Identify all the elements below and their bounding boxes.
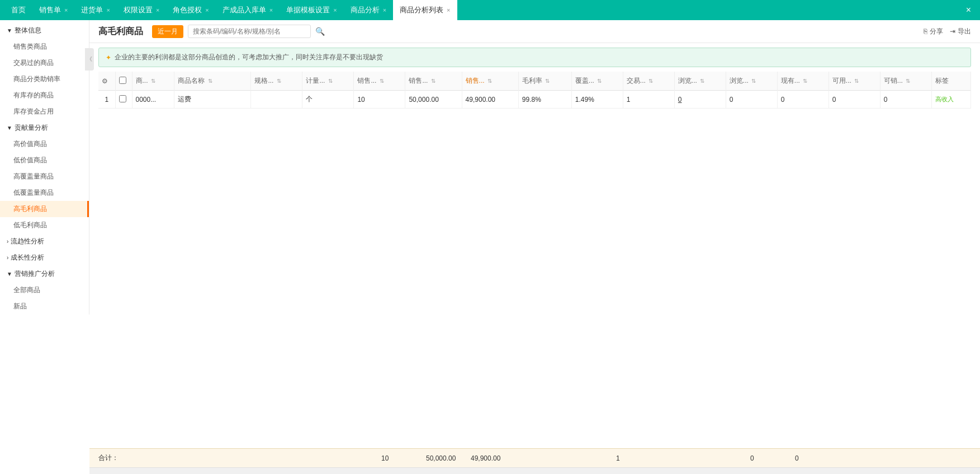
cell-code[interactable]: 0000... xyxy=(132,91,174,109)
col-settings[interactable]: ⚙ xyxy=(98,72,115,91)
close-permission-settings[interactable]: × xyxy=(156,7,159,13)
col-transactions[interactable]: 交易... ⇅ xyxy=(623,72,674,91)
content-area: 高毛利商品 近一月 🔍 ⎘ 分享 ⇥ 导出 ✦ 企业的主要的利润都是这部分商品创… xyxy=(89,20,980,474)
close-template-settings[interactable]: × xyxy=(333,7,337,13)
sidebar-group-contribution[interactable]: ▼ 贡献量分析 xyxy=(0,120,89,136)
sidebar-item-all-products[interactable]: 全部商品 xyxy=(0,282,89,298)
col-name[interactable]: 商品名称 ⇅ xyxy=(174,72,251,91)
col-checkbox[interactable] xyxy=(115,72,132,91)
sidebar-group-growth[interactable]: › 成长性分析 xyxy=(0,250,89,266)
sidebar-item-high-value[interactable]: 高价值商品 xyxy=(0,136,89,152)
footer-current-stock: 0 xyxy=(747,454,792,462)
arrow-marketing: ▼ xyxy=(7,271,12,277)
search-button[interactable]: 🔍 xyxy=(315,27,325,36)
nav-product-analysis[interactable]: 商品分析 × xyxy=(344,0,393,20)
footer-bar: 合计： 10 50,000.00 49,900.00 1 0 0 xyxy=(89,448,980,467)
sidebar-item-sales-products[interactable]: 销售类商品 xyxy=(0,39,89,55)
sort-icon-sales-profit: ⇅ xyxy=(487,78,492,84)
sidebar-item-high-margin[interactable]: 高毛利商品 xyxy=(0,201,89,217)
footer-label: 合计： xyxy=(98,453,210,463)
cell-available-stock: 0 xyxy=(828,91,880,109)
footer-sales-profit: 49,900.00 xyxy=(467,454,512,462)
sort-icon-views1: ⇅ xyxy=(700,78,704,84)
close-product-analysis-list[interactable]: × xyxy=(447,7,450,13)
col-views1[interactable]: 浏览... ⇅ xyxy=(674,72,726,91)
close-product-analysis[interactable]: × xyxy=(383,7,386,13)
table-row: 1 0000... 运费 xyxy=(98,91,971,109)
arrow-trend: › xyxy=(7,238,8,245)
sidebar-item-new-products[interactable]: 新品 xyxy=(0,298,89,315)
col-spec[interactable]: 规格... ⇅ xyxy=(251,72,302,91)
select-all-checkbox[interactable] xyxy=(119,77,126,84)
sidebar: ▼ 整体信息 销售类商品 交易过的商品 商品分类助销率 有库存的商品 库存资金占… xyxy=(0,20,89,315)
close-sales-order[interactable]: × xyxy=(64,7,68,13)
sidebar-item-traded-products[interactable]: 交易过的商品 xyxy=(0,55,89,71)
col-sales-amount[interactable]: 销售... ⇅ xyxy=(405,72,462,91)
sidebar-item-stock-capital[interactable]: 库存资金占用 xyxy=(0,104,89,120)
col-coverage[interactable]: 覆盖... ⇅ xyxy=(571,72,623,91)
col-sales-qty[interactable]: 销售... ⇅ xyxy=(354,72,405,91)
arrow-contribution: ▼ xyxy=(7,125,12,131)
filter-button[interactable]: 近一月 xyxy=(152,25,183,38)
nav-home[interactable]: 首页 xyxy=(4,0,32,20)
arrow-growth: › xyxy=(7,255,8,261)
info-banner: ✦ 企业的主要的利润都是这部分商品创造的，可考虑加大推广，同时关注库存是不要出现… xyxy=(98,48,971,67)
col-margin-rate[interactable]: 毛利率 ⇅ xyxy=(518,72,571,91)
footer-transactions: 1 xyxy=(613,454,657,462)
share-icon: ⎘ xyxy=(924,27,927,35)
cell-checkbox[interactable] xyxy=(115,91,132,109)
share-button[interactable]: ⎘ 分享 xyxy=(924,27,943,36)
col-code[interactable]: 商... ⇅ xyxy=(132,72,174,91)
sidebar-item-low-value[interactable]: 低价值商品 xyxy=(0,152,89,168)
sidebar-item-low-coverage[interactable]: 低覆盖量商品 xyxy=(0,185,89,201)
sidebar-item-category-sales-rate[interactable]: 商品分类助销率 xyxy=(0,71,89,87)
nav-product-inbound[interactable]: 产成品入库单 × xyxy=(216,0,280,20)
sidebar-item-high-coverage[interactable]: 高覆盖量商品 xyxy=(0,168,89,185)
sidebar-collapse-button[interactable]: 《 xyxy=(85,48,94,71)
col-sales-profit[interactable]: 销售... ⇅ xyxy=(462,72,518,91)
row-checkbox[interactable] xyxy=(119,95,126,102)
sort-icon-current-stock: ⇅ xyxy=(803,78,807,84)
nav-sales-order[interactable]: 销售单 × xyxy=(32,0,74,20)
page-title: 高毛利商品 xyxy=(98,26,143,37)
header-actions: ⎘ 分享 ⇥ 导出 xyxy=(924,27,971,36)
sidebar-item-in-stock-products[interactable]: 有库存的商品 xyxy=(0,87,89,104)
close-product-inbound[interactable]: × xyxy=(269,7,273,13)
nav-template-settings[interactable]: 单据模板设置 × xyxy=(280,0,343,20)
close-all-tabs[interactable]: × xyxy=(962,5,976,15)
cell-coverage: 1.49% xyxy=(571,91,623,109)
nav-product-analysis-list[interactable]: 商品分析列表 × xyxy=(393,0,457,20)
col-tag[interactable]: 标签 xyxy=(931,72,970,91)
data-table: ⚙ 商... ⇅ 商品名称 ⇅ xyxy=(98,72,971,109)
cell-tag: 高收入 xyxy=(931,91,970,109)
sidebar-group-trend[interactable]: › 流趋性分析 xyxy=(0,233,89,250)
sidebar-group-overall[interactable]: ▼ 整体信息 xyxy=(0,22,89,39)
info-text: 企业的主要的利润都是这部分商品创造的，可考虑加大推广，同时关注库存是不要出现缺货 xyxy=(115,53,383,62)
close-purchase-order[interactable]: × xyxy=(106,7,110,13)
col-saleable[interactable]: 可销... ⇅ xyxy=(880,72,931,91)
cell-views2: 0 xyxy=(726,91,777,109)
info-icon: ✦ xyxy=(106,54,111,62)
cell-saleable: 0 xyxy=(880,91,931,109)
close-role-auth[interactable]: × xyxy=(205,7,209,13)
search-input[interactable] xyxy=(188,25,311,38)
cell-name[interactable]: 运费 xyxy=(174,91,251,109)
col-current-stock[interactable]: 现有... ⇅ xyxy=(777,72,828,91)
sort-icon-sales-qty: ⇅ xyxy=(380,78,384,84)
col-views2[interactable]: 浏览... ⇅ xyxy=(726,72,777,91)
sort-icon-available-stock: ⇅ xyxy=(854,78,859,84)
bottom-scrollbar[interactable] xyxy=(89,467,980,474)
sidebar-item-low-margin[interactable]: 低毛利商品 xyxy=(0,217,89,233)
col-unit[interactable]: 计量... ⇅ xyxy=(302,72,354,91)
cell-sales-amount: 50,000.00 xyxy=(405,91,462,109)
cell-num: 1 xyxy=(98,91,115,109)
nav-permission-settings[interactable]: 权限设置 × xyxy=(117,0,166,20)
cell-spec xyxy=(251,91,302,109)
sidebar-group-marketing[interactable]: ▼ 营销推广分析 xyxy=(0,266,89,282)
nav-role-auth[interactable]: 角色授权 × xyxy=(166,0,215,20)
cell-views1[interactable]: 0 xyxy=(674,91,726,109)
sidebar-wrapper: ▼ 整体信息 销售类商品 交易过的商品 商品分类助销率 有库存的商品 库存资金占… xyxy=(0,20,89,474)
export-button[interactable]: ⇥ 导出 xyxy=(950,27,971,36)
col-available-stock[interactable]: 可用... ⇅ xyxy=(828,72,880,91)
nav-purchase-order[interactable]: 进货单 × xyxy=(74,0,116,20)
